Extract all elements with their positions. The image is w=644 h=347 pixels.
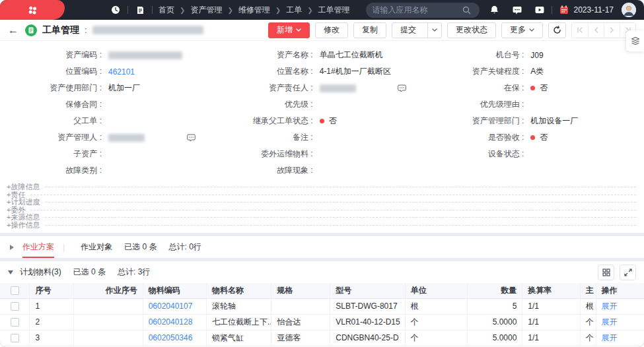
breadcrumb-item[interactable]: 资产管理 — [190, 5, 222, 16]
next-page-button[interactable] — [604, 23, 620, 38]
row-checkbox[interactable] — [11, 318, 19, 327]
material-code-link[interactable]: 0602050346 — [149, 333, 193, 342]
cell-mat_name: 七工位截断上下... — [206, 314, 271, 330]
add-button[interactable]: 新增 — [268, 22, 310, 38]
form-field: 继承父工单状态 :否 — [215, 113, 427, 129]
select-all-header — [0, 283, 30, 298]
field-value: J09 — [530, 51, 637, 60]
copy-button[interactable]: 复制 — [353, 22, 386, 38]
field-text: J09 — [530, 51, 543, 60]
row-checkbox[interactable] — [11, 302, 19, 311]
form-field: 在保 :否 — [426, 80, 637, 96]
form-field: 资产关键程度 :A类 — [426, 63, 637, 80]
collapsed-section-toggle[interactable]: +委外 — [7, 206, 637, 214]
field-label: 资产关键程度 : — [426, 66, 524, 77]
form-field: 优先级 : — [215, 96, 427, 113]
current-date: 2023-11-17 — [574, 5, 614, 15]
back-arrow-icon[interactable]: ← — [8, 25, 18, 36]
collapsed-section-toggle[interactable]: +责任 — [7, 191, 637, 199]
field-link[interactable]: 462101 — [108, 67, 135, 77]
field-label: 位置名称 : — [215, 66, 313, 77]
breadcrumb-item[interactable]: 工单 — [286, 5, 302, 16]
field-label: 父工单 : — [4, 115, 102, 127]
field-value — [108, 51, 215, 59]
app-logo[interactable] — [0, 0, 65, 20]
field-value: 机加一厂 — [108, 82, 215, 94]
masked-value — [108, 51, 182, 59]
topbar-divider — [127, 6, 128, 14]
material-code-link[interactable]: 0602040128 — [149, 317, 193, 327]
breadcrumb-item[interactable]: 首页 — [159, 5, 174, 16]
cell-rate: 1/1 — [522, 330, 581, 346]
submit-dropdown-caret[interactable] — [427, 23, 441, 38]
breadcrumb: 首页❯资产管理❯维修管理❯工单❯工单管理 — [159, 5, 350, 16]
refresh-button[interactable] — [548, 22, 566, 38]
fullscreen-button[interactable] — [620, 265, 636, 280]
cell-mat_code: 0602040128 — [143, 314, 206, 330]
material-code-link[interactable]: 0602040107 — [149, 301, 193, 311]
field-value: 462101 — [108, 67, 215, 77]
form-field: 资产编码 : — [4, 47, 215, 63]
cell-model: SLBT-DWG-8017 — [330, 298, 405, 314]
modify-button[interactable]: 修改 — [315, 22, 348, 38]
expand-link[interactable]: 展开 — [602, 333, 618, 342]
page-content: ← 工单管理 : 新增 修改 复制 提交 更改状态 更多 — [0, 20, 644, 347]
field-text: 单晶七工位截断机 — [320, 49, 383, 61]
expand-caret-icon[interactable] — [8, 270, 13, 274]
collapsed-section-toggle[interactable]: +计划进度 — [7, 199, 637, 206]
calendar-icon — [558, 4, 570, 16]
field-text: 机加一厂 — [108, 82, 140, 94]
video-icon[interactable] — [534, 4, 546, 16]
avatar[interactable] — [622, 3, 636, 17]
field-label: 资产编码 : — [4, 49, 102, 61]
form-field: 资产管理人 : — [4, 129, 215, 146]
tab-job-object[interactable]: 作业对象 — [81, 236, 112, 258]
cell-qty: 5.0000 — [467, 314, 522, 330]
layers-side-button[interactable] — [626, 30, 644, 51]
materials-selected-count: 已选 0 条 — [73, 267, 106, 278]
topbar-actions — [489, 4, 546, 16]
more-button[interactable]: 更多 — [501, 22, 543, 38]
submit-button[interactable]: 提交 — [392, 22, 442, 38]
section-dashed-line — [30, 195, 636, 195]
column-header-spec: 规格 — [271, 283, 330, 298]
column-settings-button[interactable] — [598, 265, 614, 280]
chat-icon[interactable] — [511, 4, 523, 16]
collapsed-section-toggle[interactable]: +操作信息 — [7, 222, 637, 230]
comment-icon[interactable] — [187, 134, 196, 142]
date-widget[interactable]: 2023-11-17 — [558, 4, 614, 16]
clover-logo-icon — [26, 4, 38, 16]
field-label: 优先级理由 : — [426, 99, 524, 110]
section-dashed-line — [45, 187, 636, 187]
document-icon[interactable] — [134, 4, 146, 16]
cell-mat_code: 0602040107 — [143, 298, 206, 314]
prev-page-button[interactable] — [588, 23, 604, 38]
form-field: 保修合同 : — [4, 96, 215, 113]
form-field: 资产使用部门 :机加一厂 — [4, 80, 215, 96]
collapsed-section-toggle[interactable]: +故障信息 — [7, 183, 637, 191]
breadcrumb-item[interactable]: 工单管理 — [318, 5, 350, 16]
expand-link[interactable]: 展开 — [602, 301, 618, 311]
clock-icon[interactable] — [110, 4, 122, 16]
breadcrumb-separator: ❯ — [227, 7, 233, 14]
select-all-checkbox[interactable] — [11, 286, 19, 295]
tab-job-plan[interactable]: 作业方案 — [22, 236, 54, 258]
field-text: 4-1#机加一厂截断区 — [320, 66, 391, 77]
collapsed-section-toggle[interactable]: +来源信息 — [7, 214, 637, 222]
bell-icon[interactable] — [489, 4, 501, 16]
row-checkbox[interactable] — [11, 334, 19, 342]
change-status-button[interactable]: 更改状态 — [447, 22, 496, 38]
collapse-caret-icon[interactable] — [10, 245, 14, 250]
field-label: 机台号 : — [426, 49, 524, 61]
cell-mat_code: 0602050346 — [143, 330, 206, 346]
form-field: 机台号 :J09 — [426, 47, 637, 63]
comment-icon[interactable] — [398, 84, 406, 92]
search-input[interactable] — [373, 5, 461, 15]
expand-link[interactable]: 展开 — [602, 317, 618, 327]
breadcrumb-item[interactable]: 维修管理 — [238, 5, 270, 16]
field-value: 4-1#机加一厂截断区 — [320, 66, 427, 77]
first-page-button[interactable] — [572, 23, 588, 38]
masked-value — [320, 84, 356, 92]
search-icon[interactable] — [461, 4, 473, 16]
cell-op: 展开 — [596, 314, 644, 330]
